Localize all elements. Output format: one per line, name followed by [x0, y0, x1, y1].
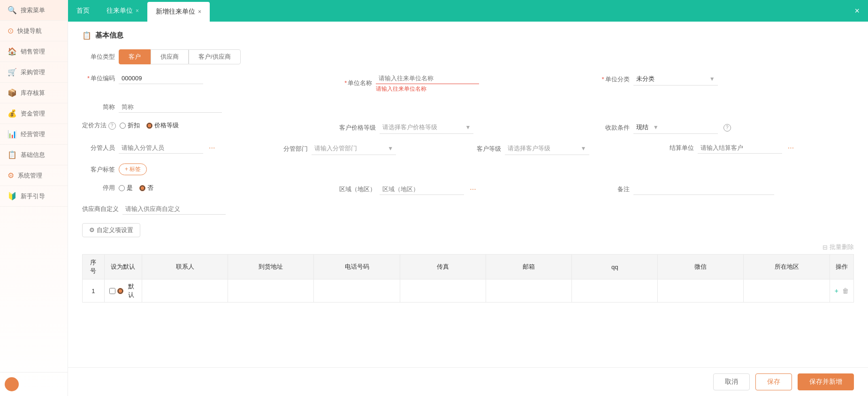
footer: 取消 保存 保存并新增	[68, 367, 868, 396]
remarks-label: 备注	[597, 185, 630, 194]
manager-label: 分管人员	[82, 144, 115, 152]
custom-settings-button[interactable]: ⚙ 自定义项设置	[82, 223, 140, 237]
customer-level-group: 客户等级 请选择客户等级 ▼	[468, 142, 661, 155]
unit-name-input[interactable]	[376, 73, 479, 84]
department-chevron: ▼	[388, 145, 393, 152]
sidebar-item-search[interactable]: 🔍 搜索菜单	[0, 0, 68, 21]
row-contact[interactable]	[142, 280, 228, 303]
row-default-radio-label[interactable]: 默认	[117, 282, 137, 299]
batch-delete-label[interactable]: 批量删除	[830, 243, 854, 251]
sidebar-item-purchase[interactable]: 🛒 采购管理	[0, 62, 68, 83]
sidebar-item-inventory[interactable]: 📦 库存核算	[0, 83, 68, 103]
department-group: 分管部门 请输入分管部门 ▼	[275, 142, 468, 155]
tab-new-contact[interactable]: 新增往来单位 ×	[147, 2, 210, 22]
customer-price-level-select[interactable]: 请选择客户价格等级 ▼	[380, 121, 473, 134]
table-row: 1 默认	[83, 280, 854, 303]
unit-type-row: 单位类型 客户 供应商 客户/供应商	[82, 49, 854, 64]
save-new-button[interactable]: 保存并新增	[798, 373, 854, 390]
row-phone-input[interactable]	[319, 287, 395, 295]
settlement-unit-group: 结算单位 ···	[661, 142, 854, 154]
sidebar-item-sales[interactable]: 🏠 销售管理	[0, 41, 68, 62]
pricing-help-icon[interactable]: ?	[108, 122, 116, 130]
sidebar-item-quick-nav[interactable]: ⊙ 快捷导航	[0, 21, 68, 41]
sidebar-item-guide[interactable]: 🔰 新手引导	[0, 186, 68, 207]
region-more-btn[interactable]: ···	[468, 185, 478, 194]
row-fax[interactable]	[400, 280, 486, 303]
department-select[interactable]: 请输入分管部门 ▼	[312, 142, 396, 155]
radio-no[interactable]: 否	[139, 184, 153, 192]
remarks-input[interactable]	[633, 184, 774, 195]
btn-supplier[interactable]: 供应商	[151, 49, 189, 64]
batch-delete-area: ⊟ 批量删除	[82, 243, 854, 251]
tab-contacts[interactable]: 往来单位 ×	[98, 0, 147, 22]
sidebar-item-system[interactable]: ⚙ 系统管理	[0, 165, 68, 186]
unit-category-select-wrap: 未分类 ▼	[633, 73, 718, 85]
row-address[interactable]	[228, 280, 314, 303]
col-email: 邮箱	[486, 255, 571, 280]
manager-input[interactable]	[119, 142, 203, 154]
content-area: 📋 基本信息 单位类型 客户 供应商 客户/供应商 *单位编码	[68, 22, 868, 367]
btn-both[interactable]: 客户/供应商	[189, 49, 241, 64]
row-delete-btn[interactable]: 🗑	[842, 287, 849, 295]
row-add-btn[interactable]: +	[835, 287, 838, 295]
radio-price-level-input[interactable]	[146, 123, 152, 129]
row-fax-input[interactable]	[405, 287, 481, 295]
gear-icon: ⚙	[8, 171, 14, 180]
sidebar-item-operations[interactable]: 📊 经营管理	[0, 124, 68, 145]
row-qq[interactable]	[572, 280, 658, 303]
col-actions: 操作	[830, 255, 853, 280]
row-region-cell[interactable]	[744, 280, 830, 303]
add-tag-button[interactable]: + 标签	[119, 163, 147, 175]
radio-disabled-yes-input[interactable]	[119, 185, 125, 191]
tab-bar-close[interactable]: ×	[846, 6, 868, 16]
settlement-more-btn[interactable]: ···	[786, 144, 796, 152]
radio-discount[interactable]: 折扣	[120, 121, 140, 130]
cart-icon: 🛒	[8, 68, 17, 77]
region-input[interactable]	[380, 184, 464, 195]
disabled-radio-group: 是 否	[119, 184, 153, 192]
settlement-unit-input[interactable]	[698, 142, 782, 154]
customer-price-level-group: 客户价格等级 请选择客户价格等级 ▼	[339, 121, 596, 134]
tab-contacts-close[interactable]: ×	[136, 8, 139, 14]
btn-customer[interactable]: 客户	[119, 49, 151, 64]
unit-code-input[interactable]	[119, 73, 203, 84]
tab-home[interactable]: 首页	[68, 0, 98, 22]
radio-price-level[interactable]: 价格等级	[146, 121, 179, 130]
row-customer-tag: 客户标签 + 标签	[82, 163, 854, 175]
manager-more-btn[interactable]: ···	[207, 144, 217, 152]
save-button[interactable]: 保存	[755, 373, 792, 390]
customer-price-level-placeholder: 请选择客户价格等级	[380, 121, 450, 133]
tab-new-contact-close[interactable]: ×	[198, 8, 201, 15]
radio-disabled-no-input[interactable]	[139, 185, 145, 191]
payment-help-icon[interactable]: ?	[723, 124, 731, 132]
row-region-input[interactable]	[748, 287, 824, 295]
customer-level-select[interactable]: 请选择客户等级 ▼	[505, 142, 589, 155]
pricing-method-label: 定价方法 ?	[82, 121, 116, 130]
tab-bar: 首页 往来单位 × 新增往来单位 × ×	[68, 0, 868, 22]
row-email-input[interactable]	[491, 287, 567, 295]
remarks-group: 备注	[597, 184, 854, 195]
row-index: 1	[83, 280, 105, 303]
row-contact-input[interactable]	[147, 287, 223, 295]
sidebar-item-basic-info[interactable]: 📋 基础信息	[0, 145, 68, 165]
search-icon: 🔍	[8, 6, 17, 15]
supplier-custom-input[interactable]	[122, 203, 226, 215]
unit-category-label: *单位分类	[597, 75, 630, 84]
row-checkbox[interactable]	[109, 288, 115, 294]
row-pricing: 定价方法 ? 折扣 价格等级 客户价格等级 请选择客户价	[82, 121, 854, 134]
payment-terms-select[interactable]: 现结 ▼	[633, 121, 718, 134]
radio-yes[interactable]: 是	[119, 184, 133, 192]
row-wechat[interactable]	[658, 280, 744, 303]
box-icon: 📦	[8, 88, 17, 97]
short-name-input[interactable]	[119, 101, 222, 113]
row-wechat-input[interactable]	[662, 287, 739, 295]
sidebar-item-finance[interactable]: 💰 资金管理	[0, 103, 68, 124]
radio-discount-input[interactable]	[120, 123, 126, 129]
row-default-radio[interactable]	[117, 288, 123, 294]
row-qq-input[interactable]	[577, 287, 653, 295]
department-label: 分管部门	[275, 145, 308, 153]
cancel-button[interactable]: 取消	[713, 373, 750, 390]
row-address-input[interactable]	[233, 287, 309, 295]
row-email[interactable]	[486, 280, 571, 303]
row-phone[interactable]	[314, 280, 400, 303]
